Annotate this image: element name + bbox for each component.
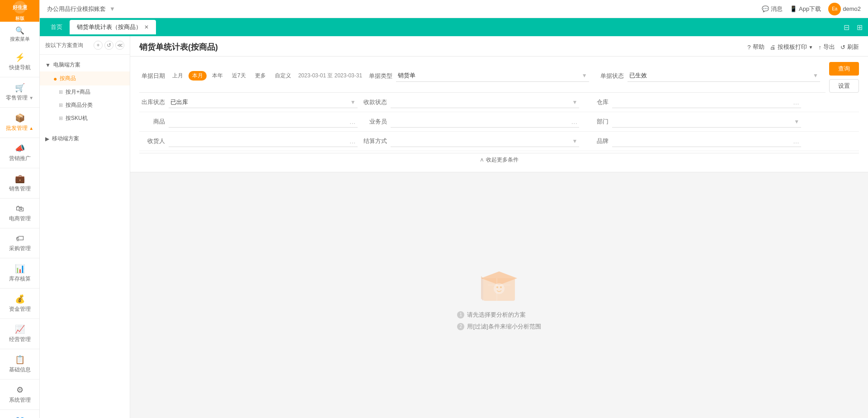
sidebar-item-sales[interactable]: 💼 销售管理 [0, 168, 39, 199]
help-icon: ? [747, 44, 750, 51]
sidebar-item-basic[interactable]: 📋 基础信息 [0, 349, 39, 380]
recipient-value[interactable]: … [169, 135, 358, 147]
tab-sales-stat[interactable]: 销货单统计表（按商品） ✕ [70, 20, 156, 34]
svg-marker-4 [481, 276, 483, 301]
svg-text:好生意: 好生意 [13, 5, 27, 10]
sidebar-item-marketing[interactable]: 📣 营销推广 [0, 138, 39, 168]
template-print-btn[interactable]: 🖨 按模板打印 ▼ [770, 43, 813, 51]
app-subtitle: 标版 [15, 15, 24, 22]
warehouse-label: 仓库 [583, 98, 612, 106]
department-dropdown[interactable]: ▼ [794, 119, 799, 125]
refresh-btn[interactable]: ↺ 刷新 [840, 43, 859, 51]
empty-illustration: 1 请先选择要分析的方案 2 用[过滤]条件来缩小分析范围 [457, 260, 541, 331]
bill-status-value[interactable]: 已生效 ▼ [627, 70, 820, 82]
settle-method-label: 结算方式 [361, 137, 391, 145]
date-tab-last-month[interactable]: 上月 [169, 71, 187, 81]
brand-dots[interactable]: … [793, 138, 799, 145]
avatar-initial: Ea [832, 6, 837, 11]
out-status-value[interactable]: 已出库 ▼ [169, 96, 358, 108]
salesperson-dots[interactable]: … [571, 118, 577, 125]
settle-method-dropdown[interactable]: ▼ [572, 138, 577, 144]
username: demo2 [843, 5, 861, 12]
warehouse-dots[interactable]: … [793, 99, 799, 106]
bill-type-dropdown[interactable]: ▼ [582, 72, 587, 79]
product-value[interactable]: … [169, 116, 358, 128]
tab-bar-actions: ⊟ ⊞ [842, 21, 864, 33]
bill-status-text: 已生效 [629, 71, 813, 80]
sidebar-item-search-menu[interactable]: 🔍 搜索菜单 [0, 22, 39, 47]
brand-value[interactable]: … [612, 135, 801, 147]
panel-item-label: 按商品 [60, 75, 76, 82]
sidebar-item-inventory[interactable]: 📊 库存核算 [0, 258, 39, 289]
sidebar-item-system[interactable]: ⚙ 系统管理 [0, 380, 39, 410]
tab-home[interactable]: 首页 [43, 20, 70, 34]
sidebar-item-finance[interactable]: 💰 资金管理 [0, 289, 39, 319]
sidebar-item-enterprise[interactable]: 👥 企业协同 [0, 410, 39, 418]
warehouse-value[interactable]: … [612, 96, 801, 108]
panel-item-by-month-product[interactable]: ⊞ 按月+商品 [40, 86, 130, 99]
bill-status-dropdown[interactable]: ▼ [813, 72, 818, 79]
date-tab-this-year[interactable]: 本年 [208, 71, 226, 81]
panel-group-pc-header[interactable]: ▼ 电脑端方案 [40, 58, 130, 71]
panel-header-actions: + ↺ ≪ [94, 41, 124, 50]
query-button[interactable]: 查询 [829, 62, 859, 76]
recipient-dots[interactable]: … [349, 138, 356, 145]
collapse-filters-btn[interactable]: ∧ 收起更多条件 [139, 153, 859, 166]
salesperson-value[interactable]: … [391, 116, 580, 128]
sidebar-item-label: 快捷导航 [9, 64, 31, 71]
tip-text-2: 用[过滤]条件来缩小分析范围 [467, 323, 541, 331]
settle-method-value[interactable]: ▼ [391, 135, 580, 147]
bill-type-value[interactable]: 销货单 ▼ [396, 70, 589, 82]
product-dots[interactable]: … [349, 118, 356, 125]
sidebar-item-quick-nav[interactable]: ⚡ 快捷导航 [0, 47, 39, 77]
message-btn[interactable]: 💬 消息 [762, 5, 783, 13]
date-tab-custom[interactable]: 自定义 [271, 71, 295, 81]
app-download-btn[interactable]: 📱 App下载 [790, 5, 821, 13]
sidebar-item-wholesale[interactable]: 📦 批发管理 ▲ [0, 108, 39, 138]
refresh-scheme-btn[interactable]: ↺ [104, 41, 113, 50]
empty-tip-1: 1 请先选择要分析的方案 [457, 311, 541, 319]
tab-sales-stat-label: 销货单统计表（按商品） [77, 23, 142, 31]
user-avatar-btn[interactable]: Ea demo2 [828, 3, 861, 15]
receipt-status-value[interactable]: ▼ [391, 96, 580, 108]
department-value[interactable]: ▼ [612, 116, 801, 128]
scheme-icon: ⊞ [59, 115, 63, 121]
panel-item-by-sku[interactable]: ⊞ 按SKU机 [40, 112, 130, 125]
tab-home-label: 首页 [51, 23, 62, 31]
tab-maximize-btn[interactable]: ⊞ [855, 21, 864, 33]
panel-group-pc: ▼ 电脑端方案 ● 按商品 ⊞ 按月+商品 ⊞ 按商品分类 ⊞ 按SKU [40, 55, 130, 128]
sidebar-item-label: 销售管理 [9, 185, 31, 192]
panel-item-by-category[interactable]: ⊞ 按商品分类 [40, 99, 130, 112]
sidebar-item-operation[interactable]: 📈 经营管理 [0, 319, 39, 349]
export-btn[interactable]: ↑ 导出 [819, 43, 835, 51]
message-label: 消息 [771, 5, 783, 13]
export-label: 导出 [823, 43, 835, 51]
out-status-dropdown[interactable]: ▼ [350, 99, 356, 105]
tab-minimize-btn[interactable]: ⊟ [842, 21, 851, 33]
sidebar-item-label: 零售管理 [6, 95, 28, 101]
help-btn[interactable]: ? 帮助 [747, 43, 764, 51]
date-tab-7days[interactable]: 近7天 [228, 71, 250, 81]
app-logo: 好生意 标版 [0, 0, 39, 22]
add-scheme-btn[interactable]: + [94, 41, 103, 50]
receipt-status-dropdown[interactable]: ▼ [572, 99, 577, 105]
scheme-icon: ⊞ [59, 102, 63, 108]
collapse-panel-btn[interactable]: ≪ [115, 41, 124, 50]
panel-item-by-product[interactable]: ● 按商品 [40, 71, 130, 86]
panel-group-mobile-header[interactable]: ▶ 移动端方案 [40, 132, 130, 145]
date-tab-more[interactable]: 更多 [251, 71, 269, 81]
tab-close-icon[interactable]: ✕ [144, 24, 149, 30]
sidebar-item-retail[interactable]: 🛒 零售管理 ▼ [0, 77, 39, 108]
logo-icon: 好生意 [13, 0, 27, 14]
tab-bar: 首页 销货单统计表（按商品） ✕ ⊟ ⊞ [40, 18, 868, 36]
workspace-dropdown-icon[interactable]: ▼ [109, 5, 115, 12]
date-tab-this-month[interactable]: 本月 [189, 71, 207, 81]
panel-group-pc-label: 电脑端方案 [53, 61, 80, 69]
settings-button[interactable]: 设置 [829, 79, 859, 93]
sidebar-item-purchase[interactable]: 🏷 采购管理 [0, 228, 39, 258]
content-wrapper: 按以下方案查询 + ↺ ≪ ▼ 电脑端方案 ● 按商品 ⊞ [40, 36, 868, 418]
sidebar-item-ecommerce[interactable]: 🛍 电商管理 [0, 199, 39, 228]
sub-item-label: 按月+商品 [66, 88, 90, 96]
right-panel: 销货单统计表(按商品) ? 帮助 🖨 按模板打印 ▼ ↑ 导出 [130, 36, 868, 418]
workspace-selector[interactable]: 办公用品行业模拟账套 ▼ [47, 5, 115, 13]
